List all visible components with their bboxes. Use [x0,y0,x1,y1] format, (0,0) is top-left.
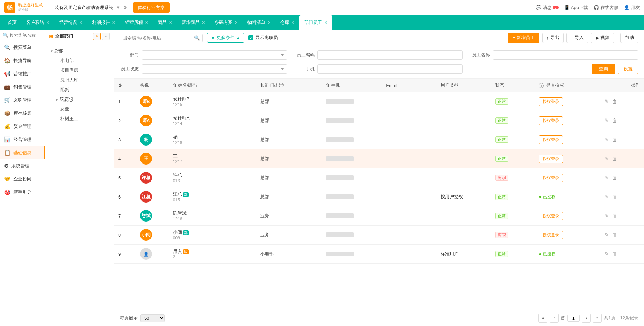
nav-customer[interactable]: 客户联络 ✕ [21,15,54,30]
nav-warehouse[interactable]: 仓库 ✕ [275,15,299,30]
sidebar-item-finance[interactable]: 💰 资金管理 [0,120,45,133]
dept-leaf-shenyang[interactable]: 沈阳大库 [51,75,114,85]
sidebar-item-collab[interactable]: 🤝 企业协同 [0,173,45,186]
sort-phone[interactable]: ⇅ 手机 [326,82,378,88]
emp-status-select[interactable] [142,64,287,74]
auth-btn[interactable]: 授权登录 [539,174,563,182]
edit-btn[interactable]: ✎ [605,194,609,200]
page-size-select[interactable]: 50 100 200 [140,314,165,322]
nav-operation[interactable]: 经营情况 ✕ [54,15,87,30]
close-icon[interactable]: ✕ [79,20,82,25]
search-input[interactable] [123,35,192,41]
edit-btn[interactable]: ✎ [605,136,609,143]
expand-icon[interactable]: ▶ [55,98,60,102]
nav-bom[interactable]: 物料清单 ✕ [243,15,275,30]
trial-button[interactable]: 体验行业方案 [133,2,170,13]
nav-profit[interactable]: 利润报告 ✕ [87,15,120,30]
last-page-btn[interactable]: » [593,314,602,323]
close-icon[interactable]: ✕ [267,20,271,25]
dept-collapse-btn[interactable]: « [102,33,110,40]
view-button[interactable]: ▶ 视频 [591,33,614,43]
edit-btn[interactable]: ✎ [605,98,609,105]
emp-name-input[interactable] [493,50,638,60]
dept-edit-btn[interactable]: ✎ [93,33,101,40]
next-page-btn[interactable]: › [582,314,591,323]
close-icon[interactable]: ✕ [46,20,49,25]
sidebar-item-system[interactable]: ⚙ 系统管理 [0,159,45,173]
delete-btn[interactable]: 🗑 [612,251,617,257]
edit-btn[interactable]: ✎ [605,117,609,124]
more-conditions-btn[interactable]: ▼ 更多条件 ▲ [207,33,244,43]
dept-leaf-zonbu[interactable]: 总部 [51,104,114,114]
delete-btn[interactable]: 🗑 [612,175,617,181]
dept-leaf-xiaodian[interactable]: 小电部 [51,56,114,65]
expand-icon[interactable]: ▼ [49,49,54,53]
dept-leaf-nanshu[interactable]: 楠树王二 [51,114,114,124]
delete-btn[interactable]: 🗑 [612,232,617,238]
import-button[interactable]: ↓ 导入 [566,33,588,43]
close-icon[interactable]: ✕ [145,20,148,25]
dept-label-shuanglu[interactable]: ▶ 双鹿想 [51,95,114,104]
edit-btn[interactable]: ✎ [605,175,609,181]
sidebar-item-purchase[interactable]: 🛒 采购管理 [0,94,45,107]
sidebar-item-marketing[interactable]: 📢 营销推广 [0,67,45,80]
auth-btn[interactable]: 授权登录 [539,97,563,106]
close-icon[interactable]: ✕ [324,20,327,25]
prev-page-btn[interactable]: ‹ [550,314,559,323]
edit-btn[interactable]: ✎ [605,232,609,238]
sidebar-item-business[interactable]: 📊 经营管理 [0,133,45,146]
nav-department[interactable]: 部门员工 ✕ [299,15,332,30]
settings-icon[interactable]: ⚙ [123,5,127,10]
sidebar-item-sales[interactable]: 💼 销售管理 [0,80,45,94]
sidebar-search-wrap[interactable]: 🔍 [0,30,45,41]
set-button[interactable]: 设置 [618,64,638,74]
sidebar-item-guide[interactable]: 🎯 新手引导 [0,186,45,199]
sidebar-item-inventory[interactable]: 📦 库存核算 [0,107,45,120]
sidebar-item-search[interactable]: 🔍 搜索菜单 [0,41,45,54]
search-icon[interactable]: 🔍 [194,35,200,41]
online-service-btn[interactable]: 🎧 在线客服 [593,5,618,11]
show-resigned-toggle[interactable]: 显示离职员工 [248,35,282,41]
export-button[interactable]: ↑ 导出 [542,33,564,43]
edit-btn[interactable]: ✎ [605,251,609,257]
nav-goods[interactable]: 商品 ✕ [153,15,177,30]
phone-input[interactable] [317,64,463,74]
delete-btn[interactable]: 🗑 [612,213,617,219]
close-icon[interactable]: ✕ [169,20,172,25]
sort-name[interactable]: ⇅ 姓名/编码 [173,82,252,88]
user-menu[interactable]: 👤 用友 [624,5,640,11]
nav-history[interactable]: 经营历程 ✕ [120,15,153,30]
delete-btn[interactable]: 🗑 [612,194,617,200]
info-icon[interactable]: i [539,83,544,88]
dept-label-general[interactable]: ▼ 总部 [45,46,114,56]
delete-btn[interactable]: 🗑 [612,98,617,105]
nav-barcode[interactable]: 条码方案 ✕ [210,15,243,30]
delete-btn[interactable]: 🗑 [612,136,617,143]
close-icon[interactable]: ✕ [112,20,115,25]
gear-icon[interactable]: ⚙ [118,83,123,88]
sidebar-search-input[interactable] [10,33,42,38]
edit-btn[interactable]: ✎ [605,156,609,162]
nav-add-goods[interactable]: 新增商品 ✕ [177,15,210,30]
auth-btn[interactable]: 授权登录 [539,231,563,239]
sidebar-item-basic[interactable]: 📋 基础信息 [0,146,45,159]
dept-leaf-peihu[interactable]: 配货 [51,85,114,95]
dept-leaf-project[interactable]: 项目库房 [51,65,114,75]
auth-btn[interactable]: 授权登录 [539,212,563,220]
add-employee-button[interactable]: + 新增员工 [508,33,539,43]
delete-btn[interactable]: 🗑 [612,117,617,124]
help-button[interactable]: 帮助 [620,33,638,43]
app-download-btn[interactable]: 📱 App下载 [564,5,588,11]
close-icon[interactable]: ✕ [291,20,294,25]
page-number-input[interactable] [567,315,580,322]
query-button[interactable]: 查询 [592,64,615,74]
resigned-checkbox[interactable] [248,35,253,40]
auth-btn[interactable]: 授权登录 [539,135,563,144]
dept-select[interactable] [142,50,287,60]
close-icon[interactable]: ✕ [235,20,238,25]
first-page-btn[interactable]: « [538,314,547,323]
sidebar-item-nav[interactable]: 🏠 快捷导航 [0,54,45,67]
dropdown-arrow-icon[interactable]: ▼ [116,5,120,10]
edit-btn[interactable]: ✎ [605,213,609,219]
sort-dept[interactable]: ⇅ 部门/职位 [260,82,317,88]
